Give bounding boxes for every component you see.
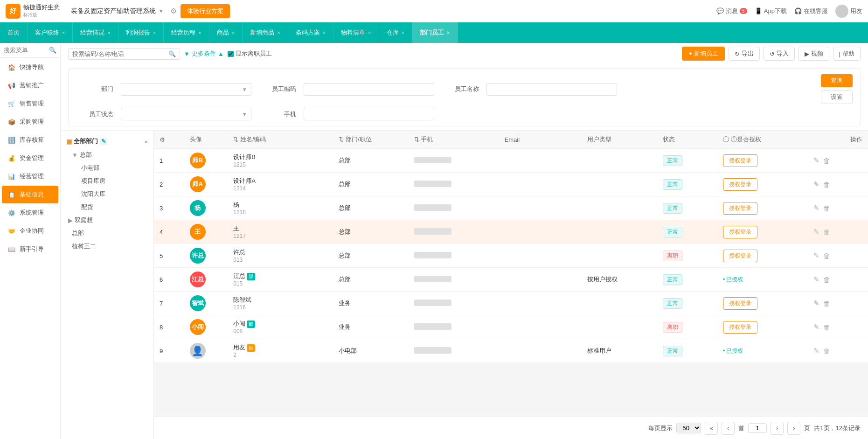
online-service-action[interactable]: 🎧 在线客服 bbox=[794, 7, 828, 15]
dropdown-arrow[interactable]: ▾ bbox=[160, 7, 163, 14]
emp-name-input[interactable] bbox=[486, 83, 617, 96]
dept-item-project[interactable]: 项目库房 bbox=[68, 174, 150, 188]
tab-employees[interactable]: 部门员工 × bbox=[412, 22, 458, 43]
dept-item-zhishu[interactable]: 植树王二 bbox=[64, 240, 150, 253]
edit-icon[interactable]: ✎ bbox=[813, 180, 819, 188]
sidebar-item-inventory[interactable]: 🔢 库存核算 bbox=[2, 131, 58, 149]
tab-warehouse[interactable]: 仓库 × bbox=[379, 22, 412, 43]
add-employee-button[interactable]: + 新增员工 bbox=[682, 47, 724, 61]
sidebar-item-basic-info[interactable]: 📋 基础信息 bbox=[2, 186, 58, 203]
user-menu[interactable]: 用友 bbox=[835, 5, 862, 18]
close-icon[interactable]: × bbox=[107, 30, 110, 35]
tab-home[interactable]: 首页 bbox=[0, 22, 28, 43]
sidebar-item-collab[interactable]: 🤝 企业协同 bbox=[2, 222, 58, 240]
tab-history[interactable]: 经营历程 × bbox=[164, 22, 209, 43]
delete-icon[interactable]: 🗑 bbox=[823, 347, 830, 355]
more-filter-btn[interactable]: ▼ 更多条件 ▲ bbox=[184, 49, 224, 58]
delete-icon[interactable]: 🗑 bbox=[823, 323, 830, 331]
close-icon[interactable]: × bbox=[232, 30, 235, 35]
sidebar-item-guide[interactable]: 📖 新手引导 bbox=[2, 240, 58, 258]
import-button[interactable]: ↺ 导入 bbox=[764, 47, 795, 61]
edit-icon[interactable]: ✎ bbox=[813, 323, 819, 331]
export-button[interactable]: ↻ 导出 bbox=[729, 47, 760, 61]
phone-input[interactable] bbox=[304, 108, 434, 120]
delete-icon[interactable]: 🗑 bbox=[823, 300, 830, 307]
edit-icon[interactable]: ✎ bbox=[813, 299, 819, 307]
delete-icon[interactable]: 🗑 bbox=[823, 157, 830, 165]
emp-code-input[interactable] bbox=[304, 83, 434, 96]
view-button[interactable]: ▶ 视频 bbox=[799, 47, 829, 61]
close-icon[interactable]: × bbox=[447, 30, 450, 35]
delete-icon[interactable]: 🗑 bbox=[823, 252, 830, 260]
auth-login-btn[interactable]: 授权登录 bbox=[723, 321, 757, 334]
sidebar-item-finance[interactable]: 💰 资金管理 bbox=[2, 149, 58, 167]
tab-bom[interactable]: 物料清单 × bbox=[333, 22, 379, 43]
close-icon[interactable]: × bbox=[402, 30, 404, 35]
delete-icon[interactable]: 🗑 bbox=[823, 204, 830, 212]
auth-login-btn[interactable]: 授权登录 bbox=[723, 202, 757, 215]
search-input[interactable] bbox=[72, 50, 168, 57]
dept-tree-header[interactable]: ▦ 全部部门 ✎ « bbox=[64, 134, 150, 148]
show-resigned-checkbox[interactable] bbox=[228, 51, 234, 57]
edit-icon[interactable]: ✎ bbox=[813, 156, 819, 165]
per-page-select[interactable]: 50 bbox=[676, 423, 701, 433]
first-page-btn[interactable]: « bbox=[705, 422, 718, 435]
tab-profit[interactable]: 利润报告 × bbox=[118, 22, 164, 43]
tab-goods[interactable]: 商品 × bbox=[209, 22, 243, 43]
query-button[interactable]: 查询 bbox=[821, 74, 853, 87]
app-download-action[interactable]: 📱 App下载 bbox=[755, 7, 787, 15]
edit-icon[interactable]: ✎ bbox=[813, 275, 819, 284]
sidebar-item-sales[interactable]: 🛒 销售管理 bbox=[2, 95, 58, 112]
edit-icon[interactable]: ✎ bbox=[813, 347, 819, 355]
edit-icon[interactable]: ✎ bbox=[100, 138, 107, 145]
sidebar-item-operations[interactable]: 📊 经营管理 bbox=[2, 167, 58, 185]
auth-login-btn[interactable]: 授权登录 bbox=[723, 154, 757, 167]
tab-operations[interactable]: 经营情况 × bbox=[73, 22, 118, 43]
tab-barcode[interactable]: 条码方案 × bbox=[288, 22, 333, 43]
status-select[interactable]: ▾ bbox=[121, 108, 251, 120]
collapse-icon[interactable]: « bbox=[145, 138, 148, 145]
page-input[interactable] bbox=[748, 423, 767, 433]
trial-button[interactable]: 体验行业方案 bbox=[181, 4, 230, 18]
edit-icon[interactable]: ✎ bbox=[813, 228, 819, 236]
tab-customer[interactable]: 客户联络 × bbox=[28, 22, 73, 43]
dept-group-header-shuangting[interactable]: ▶ 双庭想 bbox=[64, 214, 150, 227]
close-icon[interactable]: × bbox=[368, 30, 371, 35]
dept-group-header-zongbu[interactable]: ▼ 总部 bbox=[68, 148, 150, 161]
delete-icon[interactable]: 🗑 bbox=[823, 228, 830, 236]
gear-icon[interactable]: ⚙ bbox=[170, 7, 177, 15]
sidebar-item-quick-nav[interactable]: 🏠 快捷导航 bbox=[2, 58, 58, 76]
auth-login-btn[interactable]: 授权登录 bbox=[723, 178, 757, 191]
auth-login-btn[interactable]: 授权登录 bbox=[723, 297, 757, 310]
tab-add-goods[interactable]: 新增商品 × bbox=[243, 22, 288, 43]
sidebar-item-system[interactable]: ⚙️ 系统管理 bbox=[2, 204, 58, 222]
delete-icon[interactable]: 🗑 bbox=[823, 276, 830, 284]
dept-item-xiaodian[interactable]: 小电部 bbox=[68, 161, 150, 174]
close-icon[interactable]: × bbox=[153, 30, 156, 35]
delete-icon[interactable]: 🗑 bbox=[823, 181, 830, 188]
next-page-btn[interactable]: › bbox=[771, 422, 784, 435]
auth-login-btn[interactable]: 授权登录 bbox=[723, 250, 757, 262]
close-icon[interactable]: × bbox=[198, 30, 201, 35]
view-label: 视频 bbox=[811, 49, 823, 58]
sidebar-search-input[interactable] bbox=[4, 47, 47, 54]
prev-page-btn[interactable]: ‹ bbox=[722, 422, 735, 435]
help-button[interactable]: | 帮助 bbox=[833, 47, 861, 61]
last-page-btn[interactable]: › bbox=[787, 422, 800, 435]
dept-item-zongbu[interactable]: 总部 bbox=[64, 227, 150, 240]
dept-item-shenyang[interactable]: 沈阳大库 bbox=[68, 188, 150, 201]
dept-filter-select[interactable]: ▾ bbox=[121, 83, 251, 96]
auth-login-btn[interactable]: 授权登录 bbox=[723, 226, 757, 238]
close-icon[interactable]: × bbox=[62, 30, 65, 35]
close-icon[interactable]: × bbox=[277, 30, 280, 35]
edit-icon[interactable]: ✎ bbox=[813, 204, 819, 212]
row-phone bbox=[409, 173, 499, 196]
sidebar-item-purchase[interactable]: 📦 采购管理 bbox=[2, 113, 58, 131]
reset-button[interactable]: 设置 bbox=[821, 90, 853, 104]
dept-item-delivery[interactable]: 配货 bbox=[68, 201, 150, 214]
edit-icon[interactable]: ✎ bbox=[813, 251, 819, 260]
th-settings[interactable]: ⚙ bbox=[154, 131, 184, 149]
message-action[interactable]: 💬 消息 5 bbox=[716, 7, 747, 15]
sidebar-item-marketing[interactable]: 📢 营销推广 bbox=[2, 77, 58, 94]
close-icon[interactable]: × bbox=[323, 30, 326, 35]
